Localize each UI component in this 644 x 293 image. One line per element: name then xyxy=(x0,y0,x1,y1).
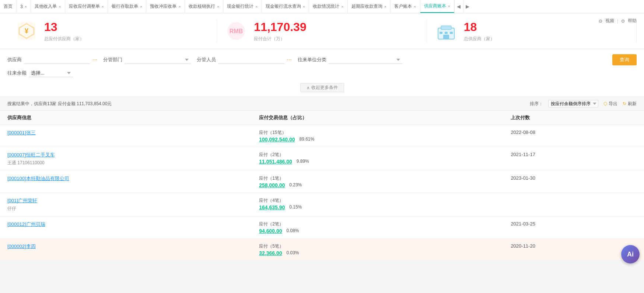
tx-percent: 0.15% xyxy=(289,204,302,210)
video-link[interactable]: 视频 xyxy=(605,18,614,24)
tx-amount[interactable]: 11,051,486.00 xyxy=(259,159,292,165)
close-icon[interactable]: × xyxy=(178,4,181,9)
close-icon[interactable]: × xyxy=(448,4,450,8)
tx-amount[interactable]: 94,600.00 xyxy=(259,228,282,234)
svg-rect-6 xyxy=(441,26,451,30)
ai-fab-button[interactable]: Ai xyxy=(621,245,640,261)
tx-amount[interactable]: 100,092,540.00 xyxy=(259,137,295,142)
person-filter-label: 分管人员 xyxy=(197,56,216,63)
nav-tab-customer-ledger[interactable]: 客户账本 × xyxy=(391,0,420,13)
close-icon[interactable]: × xyxy=(384,4,386,9)
tx-info: 应付（4笔） 164,635.90 0.15% xyxy=(259,197,511,210)
tx-amount[interactable]: 258,000.00 xyxy=(259,182,285,188)
last-pay: 2021-11-17 xyxy=(511,152,637,157)
nav-tab-prepay[interactable]: 预收冲应收单 × xyxy=(146,0,185,13)
refresh-button[interactable]: ↻ 刷新 xyxy=(623,101,637,107)
tx-percent: 9.89% xyxy=(297,159,309,164)
close-icon[interactable]: × xyxy=(140,4,142,9)
stat-info-suppliers-payable: 13 总应付供应商（家） xyxy=(44,20,84,42)
help-link[interactable]: 帮助 xyxy=(628,18,637,24)
tx-label: 应付（4笔） xyxy=(259,197,511,204)
sort-select[interactable]: 按应付余额倒序排序 xyxy=(548,100,598,107)
tx-row: 94,600.00 0.08% xyxy=(259,227,511,234)
nav-tab-supplier-ledger[interactable]: 供应商账本 × xyxy=(420,0,454,13)
supplier-link[interactable]: [000001]张三 xyxy=(7,130,36,135)
person-input[interactable] xyxy=(218,56,284,64)
supplier-contact: 王通 17106110000 xyxy=(7,160,259,166)
close-icon[interactable]: × xyxy=(217,4,219,9)
person-dots[interactable]: ··· xyxy=(287,56,291,63)
tx-amount[interactable]: 32,366.00 xyxy=(259,250,282,256)
refresh-label: 刷新 xyxy=(628,101,637,107)
last-pay: 2022-08-08 xyxy=(511,130,637,135)
video-icon: ⊙ xyxy=(599,18,602,24)
close-icon[interactable]: × xyxy=(341,4,343,9)
nav-tab-home[interactable]: 首页 xyxy=(0,0,17,13)
close-icon[interactable]: × xyxy=(303,4,305,9)
supplier-contact: 仔仔 xyxy=(7,206,259,212)
tx-label: 应付（1笔） xyxy=(259,175,511,182)
nav-tab-supplier-ledger-label: 供应商账本 xyxy=(424,3,446,9)
nav-next-arrow[interactable]: ▶ xyxy=(463,0,472,13)
nav-tab-bank-label: 银行存取款单 xyxy=(112,3,138,10)
supplier-filter-label: 供应商 xyxy=(7,56,22,63)
supplier-name: 李四 xyxy=(26,244,36,249)
nav-prev-arrow[interactable]: ◀ xyxy=(454,0,463,13)
nav-tab-ar-ap-label: 应收应付调整单 xyxy=(69,3,100,10)
dept-select[interactable] xyxy=(125,56,191,64)
nav-tab-3[interactable]: 3 × xyxy=(17,0,31,13)
svg-rect-7 xyxy=(440,32,442,34)
tx-row: 11,051,486.00 9.89% xyxy=(259,158,511,165)
table-container: 供应商信息 应付交易信息（占比） 上次付数 [000001]张三 应付（15笔）… xyxy=(0,111,644,261)
supplier-link[interactable]: [001]广州荣轩 xyxy=(7,198,37,203)
close-icon[interactable]: × xyxy=(255,4,258,9)
supplier-name: 张三 xyxy=(26,130,36,135)
dept-filter-label: 分管部门 xyxy=(103,56,122,63)
supplier-link[interactable]: [000100]本特勤油品有限公司 xyxy=(7,176,69,181)
collapse-button[interactable]: ∧ 收起更多条件 xyxy=(300,83,344,92)
export-label: 导出 xyxy=(609,101,617,107)
supplier-code: [000002] xyxy=(7,244,26,249)
top-stats: ¥ 13 总应付供应商（家） RMB 11,170.39 应付合计（万） xyxy=(0,13,644,49)
nav-tab-bank[interactable]: 银行存取款单 × xyxy=(108,0,146,13)
last-pay: 2021-03-25 xyxy=(511,221,637,227)
balance-select[interactable]: 选择... xyxy=(29,69,73,77)
tx-info: 应付（2笔） 11,051,486.00 9.89% xyxy=(259,152,511,165)
supplier-link[interactable]: [000002]李四 xyxy=(7,244,36,249)
dept-filter: 分管部门 xyxy=(103,56,191,64)
supplier-link[interactable]: [000012]广州贝瑞 xyxy=(7,221,45,227)
export-icon: ⬡ xyxy=(603,101,607,106)
nav-tab-collection-stat[interactable]: 收款情况统计 × xyxy=(309,0,347,13)
svg-text:¥: ¥ xyxy=(25,27,28,35)
nav-tab-cash-flow[interactable]: 现金银行流水查询 × xyxy=(262,0,309,13)
nav-tab-other-income[interactable]: 其他收入单 × xyxy=(31,0,65,13)
tx-amount[interactable]: 164,635.90 xyxy=(259,204,285,210)
close-icon[interactable]: × xyxy=(25,4,27,9)
supplier-filter: 供应商 ··· xyxy=(7,56,97,64)
supplier-input[interactable] xyxy=(24,56,90,64)
supplier-dots[interactable]: ··· xyxy=(92,56,97,63)
refresh-icon: ↻ xyxy=(623,101,626,106)
close-icon[interactable]: × xyxy=(414,4,416,9)
nav-tab-cash-stat[interactable]: 现金银行统计 × xyxy=(223,0,262,13)
search-button[interactable]: 查询 xyxy=(612,54,637,65)
supplier-name: 广州荣轩 xyxy=(18,198,37,203)
category-select[interactable] xyxy=(329,56,402,64)
supplier-link[interactable]: [000007]恒旺二手叉车 xyxy=(7,152,55,158)
close-icon[interactable]: × xyxy=(59,4,61,9)
nav-tab-ar-ap[interactable]: 应收应付调整单 × xyxy=(65,0,108,13)
filter-area: 供应商 ··· 分管部门 分管人员 ··· 往来单位分类 查询 往来余额 选择 xyxy=(0,49,644,97)
supplier-name: 本特勤油品有限公司 xyxy=(26,176,69,181)
export-button[interactable]: ⬡ 导出 xyxy=(603,101,617,107)
tx-percent: 0.08% xyxy=(286,228,299,233)
svg-rect-8 xyxy=(445,32,448,34)
nav-tab-overdue[interactable]: 超期应收款查询 × xyxy=(348,0,391,13)
tx-row: 100,092,540.00 89.61% xyxy=(259,136,511,142)
nav-tab-collection[interactable]: 收款核销执行 × xyxy=(185,0,223,13)
supplier-code: [001] xyxy=(7,198,18,203)
close-icon[interactable]: × xyxy=(102,4,104,9)
nav-tab-cash-flow-label: 现金银行流水查询 xyxy=(266,3,301,10)
table-row: [000007]恒旺二手叉车 王通 17106110000 应付（2笔） 11,… xyxy=(0,147,644,171)
top-right-links: ⊙ 视频 | ⊙ 帮助 xyxy=(599,18,637,24)
tx-label: 应付（2笔） xyxy=(259,152,511,158)
